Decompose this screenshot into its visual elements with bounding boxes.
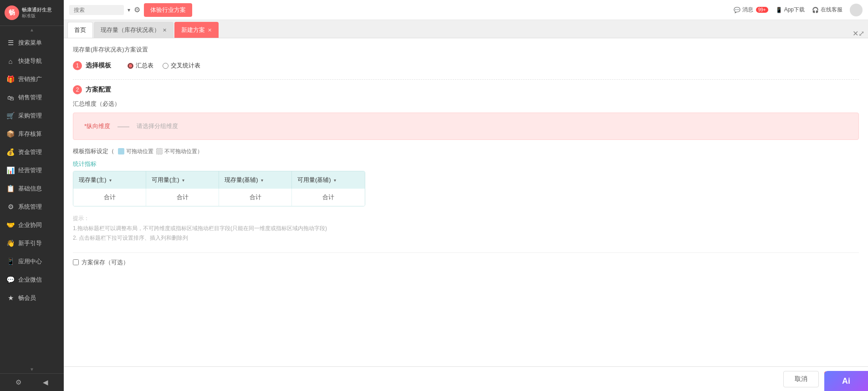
col-body-3: 合计	[292, 189, 365, 206]
trial-industry-plan-button[interactable]: 体验行业方案	[144, 3, 192, 17]
section1-title: 选择模板	[86, 62, 111, 70]
tab-home-label: 首页	[74, 26, 86, 34]
messages-badge: 99+	[756, 7, 768, 13]
logo-icon: 畅	[5, 5, 19, 20]
sidebar-item-label: 采购管理	[18, 112, 42, 120]
sidebar-item-search-menu[interactable]: ☰ 搜索菜单	[0, 34, 64, 52]
col-chevron-3[interactable]: ▾	[334, 178, 336, 183]
content-area: 现存量(库存状况表)方案设置 1 选择模板 汇总表 交叉统计表	[64, 38, 868, 366]
sidebar-item-sales[interactable]: 🛍 销售管理	[0, 88, 64, 107]
app-download-item[interactable]: 📱 App下载	[776, 6, 805, 14]
indicator-settings: 模板指标设定（ 可拖动位置 不可拖动位置） 统计指标	[73, 147, 859, 206]
template-summary-option[interactable]: 汇总表	[128, 62, 153, 70]
template-cross-option[interactable]: 交叉统计表	[163, 62, 200, 70]
sidebar-item-label: 应用中心	[18, 257, 42, 266]
tab-inventory-status-close-icon[interactable]: ✕	[163, 27, 167, 33]
tab-new-plan-close-icon[interactable]: ✕	[208, 27, 212, 33]
online-service-item[interactable]: 🎧 在线客服	[812, 6, 842, 14]
sidebar-item-label: 畅会员	[18, 294, 36, 302]
scroll-up-indicator[interactable]: ▲	[0, 26, 64, 34]
topbar-dropdown-btn[interactable]: ▾	[128, 7, 130, 13]
sidebar-item-ops[interactable]: 📊 经营管理	[0, 161, 64, 180]
user-avatar[interactable]	[850, 4, 863, 16]
sidebar-item-basic-info[interactable]: 📋 基础信息	[0, 180, 64, 198]
col-body-0: 合计	[73, 189, 146, 206]
sidebar-item-label: 经营管理	[18, 166, 42, 175]
tip-2: 2. 点击标题栏下拉可设置排序、插入列和删除列	[73, 233, 859, 243]
member-icon: ★	[6, 294, 15, 302]
section1-number: 1	[73, 61, 82, 70]
sidebar-item-enterprise[interactable]: 🤝 企业协同	[0, 216, 64, 234]
save-option-checkbox[interactable]	[73, 259, 79, 265]
ai-badge[interactable]: Ai	[824, 371, 868, 391]
sidebar-item-quick-nav[interactable]: ⌂ 快捷导航	[0, 52, 64, 70]
sidebar-item-finance[interactable]: 💰 资金管理	[0, 143, 64, 161]
tips-section: 提示： 1.拖动标题栏可以调整布局，不可跨维度或指标区域拖动栏目字段(只能在同一…	[73, 214, 859, 243]
sidebar-collapse-btn[interactable]: ◀	[43, 378, 48, 386]
main-area: ▾ ⚙ 体验行业方案 💬 消息 99+ 📱 App下载 🎧 在线客服 首页	[64, 0, 868, 391]
app-center-icon: 📱	[6, 257, 15, 266]
finance-icon: 💰	[6, 148, 15, 156]
app-logo: 畅 畅康通好生意 标准版	[0, 0, 64, 26]
sidebar-footer: ⚙ ◀	[0, 373, 64, 391]
online-service-label: 在线客服	[821, 6, 842, 14]
purchase-icon: 🛒	[6, 112, 15, 120]
sidebar-item-enterprise-wechat[interactable]: 💬 企业微信	[0, 271, 64, 289]
wechat-icon: 💬	[6, 276, 15, 284]
page-title: 现存量(库存状况表)方案设置	[73, 46, 859, 54]
col-chevron-1[interactable]: ▾	[182, 178, 184, 183]
search-menu-icon: ☰	[6, 39, 15, 47]
close-panel-btn[interactable]: ✕	[853, 29, 858, 38]
sidebar-item-app-center[interactable]: 📱 应用中心	[0, 252, 64, 271]
tabbar: 首页 现存量（库存状况表） ✕ 新建方案 ✕ ✕ ⤢	[64, 20, 868, 38]
save-option-label: 方案保存（可选）	[82, 258, 129, 267]
tab-new-plan[interactable]: 新建方案 ✕	[174, 22, 219, 38]
col-chevron-2[interactable]: ▾	[261, 178, 263, 183]
sidebar-item-new-guide[interactable]: 👋 新手引导	[0, 234, 64, 252]
dimension-row: *纵向维度 —— 请选择分组维度	[84, 122, 848, 130]
sidebar-item-label: 资金管理	[18, 148, 42, 156]
sidebar-settings-btn[interactable]: ⚙	[15, 378, 21, 386]
col-header-3[interactable]: 可用量(基辅) ▾	[292, 171, 365, 189]
ops-icon: 📊	[6, 166, 15, 175]
sidebar-item-member[interactable]: ★ 畅会员	[0, 289, 64, 307]
template-cross-radio[interactable]	[163, 63, 168, 69]
basic-info-icon: 📋	[6, 185, 15, 193]
scroll-down-indicator[interactable]: ▼	[0, 365, 64, 373]
section-select-template: 1 选择模板 汇总表 交叉统计表	[73, 61, 859, 70]
cancel-button[interactable]: 取消	[783, 371, 819, 387]
home-icon: ⌂	[6, 57, 15, 65]
messages-item[interactable]: 💬 消息 99+	[734, 6, 768, 14]
sidebar-item-sys-mgmt[interactable]: ⚙ 系统管理	[0, 198, 64, 216]
col-header-0[interactable]: 现存量(主) ▾	[73, 171, 146, 189]
app-edition: 标准版	[22, 13, 52, 19]
legend-draggable-label: 可拖动位置	[126, 148, 153, 155]
message-icon: 💬	[734, 7, 740, 13]
template-summary-radio[interactable]	[128, 63, 133, 69]
sidebar-item-inventory[interactable]: 📦 库存核算	[0, 125, 64, 143]
sidebar-item-purchase[interactable]: 🛒 采购管理	[0, 107, 64, 125]
save-option-row: 方案保存（可选）	[73, 252, 859, 267]
sidebar-item-label: 销售管理	[18, 93, 42, 102]
tab-home[interactable]: 首页	[67, 22, 93, 38]
sidebar-item-label: 库存核算	[18, 130, 42, 138]
col-body-1: 合计	[146, 189, 219, 206]
section2-number: 2	[73, 85, 82, 94]
sidebar-item-label: 企业协同	[18, 221, 42, 229]
col-body-2: 合计	[219, 189, 292, 206]
settings-icon: ⚙	[6, 203, 15, 211]
col-header-2[interactable]: 现存量(基辅) ▾	[219, 171, 292, 189]
tip-1: 1.拖动标题栏可以调整布局，不可跨维度或指标区域拖动栏目字段(只能在同一维度或指…	[73, 224, 859, 234]
legend-draggable: 可拖动位置	[118, 148, 153, 155]
legend-not-draggable-label: 不可拖动位置）	[164, 148, 203, 155]
download-icon: 📱	[776, 7, 782, 13]
tips-title: 提示：	[73, 215, 89, 221]
tab-inventory-status[interactable]: 现存量（库存状况表） ✕	[94, 22, 174, 38]
topbar-gear-icon[interactable]: ⚙	[134, 5, 140, 14]
expand-panel-btn[interactable]: ⤢	[858, 29, 864, 38]
col-chevron-0[interactable]: ▾	[109, 178, 112, 183]
topbar-search-input[interactable]	[69, 5, 124, 15]
col-header-label-3: 可用量(基辅)	[297, 176, 331, 184]
col-header-1[interactable]: 可用量(主) ▾	[146, 171, 219, 189]
sidebar-item-marketing[interactable]: 🎁 营销推广	[0, 70, 64, 88]
